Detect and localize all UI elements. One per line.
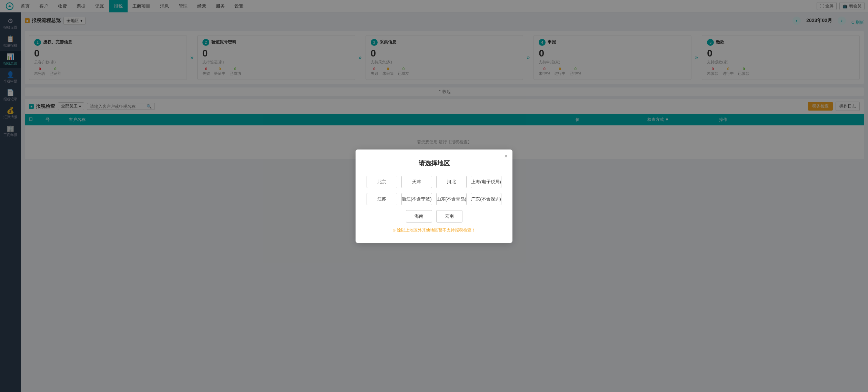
region-btn-yunnan[interactable]: 云南 xyxy=(436,210,462,223)
region-grid-2: 江苏 浙江(不含宁波) 山东(不含青岛) 广东(不含深圳) xyxy=(367,193,501,205)
region-btn-beijing[interactable]: 北京 xyxy=(367,176,397,188)
region-btn-tianjin[interactable]: 天津 xyxy=(401,176,432,188)
region-btn-zhejiang[interactable]: 浙江(不含宁波) xyxy=(401,193,432,205)
modal-close-btn[interactable]: × xyxy=(505,154,508,159)
modal-title: 请选择地区 xyxy=(367,159,501,167)
modal-warning: ⊙ 除以上地区外其他地区暂不支持报税检查！ xyxy=(367,227,501,233)
region-grid-1: 北京 天津 河北 上海(电子税局) xyxy=(367,176,501,188)
region-btn-hainan[interactable]: 海南 xyxy=(406,210,432,223)
region-btn-jiangsu[interactable]: 江苏 xyxy=(367,193,397,205)
region-btn-hebei[interactable]: 河北 xyxy=(436,176,467,188)
region-grid-3: 海南 云南 xyxy=(367,210,501,223)
region-btn-guangdong[interactable]: 广东(不含深圳) xyxy=(471,193,501,205)
region-btn-shanghai[interactable]: 上海(电子税局) xyxy=(471,176,501,188)
modal-overlay: × 请选择地区 北京 天津 河北 上海(电子税局) 江苏 浙江(不含宁波) 山东… xyxy=(0,0,868,392)
region-select-modal: × 请选择地区 北京 天津 河北 上海(电子税局) 江苏 浙江(不含宁波) 山东… xyxy=(356,149,512,243)
region-btn-shandong[interactable]: 山东(不含青岛) xyxy=(436,193,467,205)
